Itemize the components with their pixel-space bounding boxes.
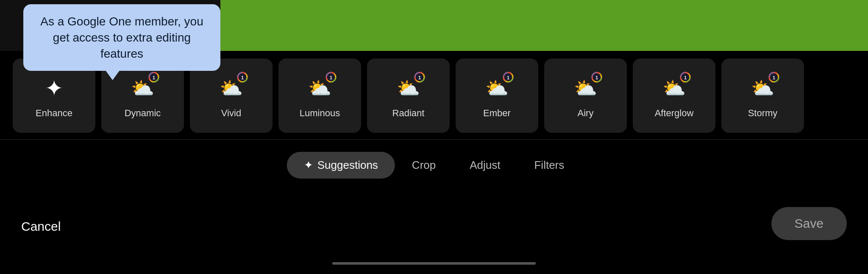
tab-filters-label: Filters bbox=[534, 159, 564, 172]
filter-card-afterglow[interactable]: ⛅ 1 Afterglow bbox=[633, 59, 715, 133]
svg-text:1: 1 bbox=[418, 75, 420, 80]
google-one-badge-radiant: 1 bbox=[414, 71, 426, 83]
edit-nav-tabs: ✦ Suggestions Crop Adjust Filters bbox=[287, 152, 581, 179]
luminous-icon-area: ⛅ 1 bbox=[305, 73, 335, 103]
filter-label-ember: Ember bbox=[483, 108, 511, 119]
google-one-badge-afterglow: 1 bbox=[679, 71, 691, 83]
google-one-tooltip: As a Google One member, you get access t… bbox=[23, 4, 220, 71]
filter-card-stormy[interactable]: ⛅ 1 Stormy bbox=[721, 59, 804, 133]
google-one-badge-airy: 1 bbox=[591, 71, 603, 83]
filter-label-dynamic: Dynamic bbox=[125, 108, 161, 119]
enhance-icon-area: ✦ bbox=[39, 73, 70, 103]
radiant-icon-area: ⛅ 1 bbox=[393, 73, 424, 103]
airy-icon-area: ⛅ 1 bbox=[570, 73, 601, 103]
google-one-badge-stormy: 1 bbox=[768, 71, 780, 83]
section-divider bbox=[0, 139, 868, 140]
filter-label-vivid: Vivid bbox=[221, 108, 241, 119]
tab-suggestions[interactable]: ✦ Suggestions bbox=[287, 152, 395, 179]
google-one-badge-ember: 1 bbox=[502, 71, 514, 83]
stormy-icon-area: ⛅ 1 bbox=[748, 73, 778, 103]
svg-text:1: 1 bbox=[241, 75, 243, 80]
tab-crop-label: Crop bbox=[412, 159, 436, 172]
svg-text:1: 1 bbox=[772, 75, 775, 80]
cancel-button[interactable]: Cancel bbox=[21, 219, 61, 234]
save-button[interactable]: Save bbox=[771, 207, 847, 240]
filter-label-airy: Airy bbox=[578, 108, 594, 119]
tab-filters[interactable]: Filters bbox=[517, 152, 581, 179]
filter-label-enhance: Enhance bbox=[36, 108, 72, 119]
vivid-icon-area: ⛅ 1 bbox=[216, 73, 247, 103]
tab-suggestions-label: Suggestions bbox=[317, 159, 378, 172]
tooltip-text: As a Google One member, you get access t… bbox=[40, 15, 203, 60]
sparkle-enhance-icon: ✦ bbox=[45, 75, 64, 101]
tab-crop[interactable]: Crop bbox=[395, 152, 453, 179]
svg-text:1: 1 bbox=[329, 75, 332, 80]
ember-icon-area: ⛅ 1 bbox=[482, 73, 512, 103]
image-green-background bbox=[220, 0, 868, 51]
svg-text:1: 1 bbox=[595, 75, 598, 80]
google-one-badge-luminous: 1 bbox=[325, 71, 337, 83]
filter-label-stormy: Stormy bbox=[748, 108, 778, 119]
filter-label-radiant: Radiant bbox=[392, 108, 425, 119]
filter-card-luminous[interactable]: ⛅ 1 Luminous bbox=[278, 59, 361, 133]
tab-adjust[interactable]: Adjust bbox=[453, 152, 517, 179]
tab-adjust-label: Adjust bbox=[470, 159, 500, 172]
filter-label-luminous: Luminous bbox=[300, 108, 340, 119]
afterglow-icon-area: ⛅ 1 bbox=[659, 73, 690, 103]
scroll-indicator bbox=[332, 262, 536, 265]
filter-card-radiant[interactable]: ⛅ 1 Radiant bbox=[367, 59, 450, 133]
filter-card-airy[interactable]: ⛅ 1 Airy bbox=[544, 59, 627, 133]
dynamic-icon-area: ⛅ 1 bbox=[128, 73, 158, 103]
filter-label-afterglow: Afterglow bbox=[655, 108, 694, 119]
sparkle-tab-icon: ✦ bbox=[304, 159, 313, 172]
svg-text:1: 1 bbox=[152, 75, 155, 80]
google-one-badge-dynamic: 1 bbox=[148, 71, 160, 83]
svg-text:1: 1 bbox=[684, 75, 686, 80]
svg-text:1: 1 bbox=[506, 75, 509, 80]
filter-card-ember[interactable]: ⛅ 1 Ember bbox=[456, 59, 538, 133]
google-one-badge-vivid: 1 bbox=[236, 71, 248, 83]
